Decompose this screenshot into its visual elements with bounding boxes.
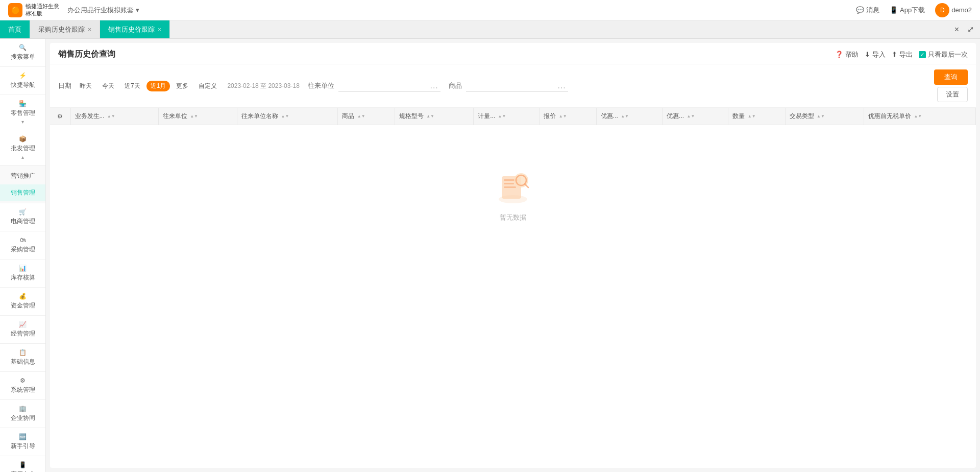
sidebar-item-marketing[interactable]: 营销推广 [0,168,45,184]
wholesale-submenu: 营销推广 销售管理 [0,166,45,203]
date-pill-more[interactable]: 更多 [172,81,192,91]
logo-area: 🟠 畅捷通好生意 标准版 [8,3,59,17]
product-label: 商品 [449,81,462,90]
retail-arrow: ▾ [21,119,24,125]
from-unit-filter-group: 往来单位 ... [308,80,440,92]
avatar: D [935,3,949,17]
sort-icon-discount1: ▲▼ [621,114,629,119]
sort-icon-unit-code: ▲▼ [190,114,198,119]
sidebar-item-purchase[interactable]: 🛍 采购管理 [0,231,45,259]
th-quantity[interactable]: 数量 ▲▼ [728,108,785,125]
date-pill-today[interactable]: 今天 [98,81,118,91]
sort-icon-price: ▲▼ [559,114,567,119]
sort-icon-biz-date: ▲▼ [107,114,115,119]
product-dots[interactable]: ... [557,81,566,90]
page-header-actions: ❓ 帮助 ⬇ 导入 ⬆ 导出 ✓ 只看最后一次 [835,50,968,59]
from-unit-input[interactable]: ... [338,80,440,92]
appstore-icon: 📱 [19,461,27,468]
th-spec[interactable]: 规格型号 ▲▼ [395,108,473,125]
system-icon: ⚙ [20,377,26,384]
app-download-btn[interactable]: 📱 App下载 [890,6,925,15]
tab-sales-history[interactable]: 销售历史价跟踪 × [100,20,170,38]
tab-purchase-close[interactable]: × [88,26,91,33]
shortcuts-icon: ⚡ [19,72,27,79]
wholesale-icon: 📦 [19,135,27,143]
main-layout: 🔍 搜索菜单 ⚡ 快捷导航 🏪 零售管理 ▾ 📦 批发管理 ▴ 营销推广 销售管… [0,39,980,472]
filter-bar: 日期 昨天 今天 近7天 近1月 更多 自定义 2023-02-18 至 202… [50,64,976,108]
product-input[interactable]: ... [466,80,568,92]
sort-icon-spec: ▲▼ [426,114,434,119]
sort-icon-pretax-price: ▲▼ [914,114,922,119]
finance-icon: 💰 [19,293,27,300]
message-btn[interactable]: 💬 消息 [856,6,879,15]
export-btn[interactable]: ⬆ 导出 [892,50,913,59]
th-price[interactable]: 报价 ▲▼ [540,108,596,125]
sidebar-item-wholesale[interactable]: 📦 批发管理 ▴ [0,130,45,166]
sidebar-item-finance[interactable]: 💰 资金管理 [0,288,45,316]
download-icon: 📱 [890,6,898,14]
svg-rect-4 [504,186,516,188]
top-bar-right: 💬 消息 📱 App下载 D demo2 [856,3,972,17]
operations-icon: 📈 [19,321,27,328]
date-pill-yesterday[interactable]: 昨天 [76,81,96,91]
industry-selector[interactable]: 办公用品行业模拟账套 ▾ [63,4,143,17]
tab-purchase-history[interactable]: 采购历史价跟踪 × [30,20,100,38]
tab-close-all-btn[interactable]: × [952,24,961,35]
user-area[interactable]: D demo2 [935,3,972,17]
sidebar-item-operations[interactable]: 📈 经营管理 [0,316,45,344]
th-unit-name[interactable]: 往来单位名称 ▲▼ [237,108,338,125]
tab-home[interactable]: 首页 [0,20,30,38]
sort-icon-unit: ▲▼ [498,114,506,119]
only-last-checkbox[interactable]: ✓ 只看最后一次 [919,50,968,59]
sidebar-item-sales[interactable]: 销售管理 [0,184,45,201]
sort-icon-discount2: ▲▼ [687,114,695,119]
sidebar: 🔍 搜索菜单 ⚡ 快捷导航 🏪 零售管理 ▾ 📦 批发管理 ▴ 营销推广 销售管… [0,39,46,472]
import-btn[interactable]: ⬇ 导入 [865,50,886,59]
table-container: ⚙ 业务发生... ▲▼ 往来单位 ▲▼ 往来单位名称 [50,108,976,468]
sidebar-item-search[interactable]: 🔍 搜索菜单 [0,39,45,67]
logo-icon: 🟠 [8,3,22,17]
date-filter-group: 日期 昨天 今天 近7天 近1月 更多 自定义 2023-02-18 至 202… [58,81,300,91]
sidebar-item-appstore[interactable]: 📱 应用中心 [0,456,45,472]
date-pill-1month[interactable]: 近1月 [146,81,170,91]
tab-sales-close[interactable]: × [158,26,161,33]
data-table: ⚙ 业务发生... ▲▼ 往来单位 ▲▼ 往来单位名称 [50,108,976,125]
th-discount2[interactable]: 优惠... ▲▼ [663,108,728,125]
tab-home-label: 首页 [8,25,21,34]
basic-icon: 📋 [19,349,27,356]
th-product[interactable]: 商品 ▲▼ [338,108,395,125]
date-pill-custom[interactable]: 自定义 [194,81,221,91]
tab-maximize-btn[interactable]: ⤢ [965,23,976,35]
tab-sales-label: 销售历史价跟踪 [108,25,155,34]
setting-button[interactable]: 设置 [937,87,968,102]
tab-bar: 首页 采购历史价跟踪 × 销售历史价跟踪 × × ⤢ [0,20,980,39]
sidebar-item-shortcuts[interactable]: ⚡ 快捷导航 [0,67,45,95]
sidebar-item-enterprise[interactable]: 🏢 企业协同 [0,400,45,428]
sidebar-item-ecommerce[interactable]: 🛒 电商管理 [0,203,45,231]
date-pill-7days[interactable]: 近7天 [120,81,144,91]
export-icon: ⬆ [892,51,897,58]
th-settings[interactable]: ⚙ [50,108,70,125]
query-button[interactable]: 查询 [934,69,968,85]
sidebar-item-retail[interactable]: 🏪 零售管理 ▾ [0,95,45,130]
th-discount1[interactable]: 优惠... ▲▼ [596,108,662,125]
th-unit[interactable]: 计量... ▲▼ [474,108,540,125]
sort-icon-product: ▲▼ [357,114,365,119]
sidebar-item-inventory[interactable]: 📊 库存核算 [0,259,45,288]
tab-bar-actions: × ⤢ [952,20,980,38]
from-unit-dots[interactable]: ... [430,81,438,90]
th-unit-code[interactable]: 往来单位 ▲▼ [158,108,237,125]
th-trade-type[interactable]: 交易类型 ▲▼ [785,108,864,125]
retail-icon: 🏪 [19,100,27,107]
checkbox-checked-icon: ✓ [919,51,926,58]
th-pretax-price[interactable]: 优惠前无税单价 ▲▼ [864,108,976,125]
help-btn[interactable]: ❓ 帮助 [835,50,859,59]
sidebar-item-guide[interactable]: 🆕 新手引导 [0,428,45,456]
sidebar-item-system[interactable]: ⚙ 系统管理 [0,372,45,400]
th-biz-date[interactable]: 业务发生... ▲▼ [70,108,158,125]
logo-text: 畅捷通好生意 标准版 [26,3,59,16]
filter-right: 查询 设置 [934,69,968,102]
help-icon: ❓ [835,51,843,58]
sidebar-item-basic[interactable]: 📋 基础信息 [0,344,45,372]
date-range: 2023-02-18 至 2023-03-18 [227,82,299,90]
